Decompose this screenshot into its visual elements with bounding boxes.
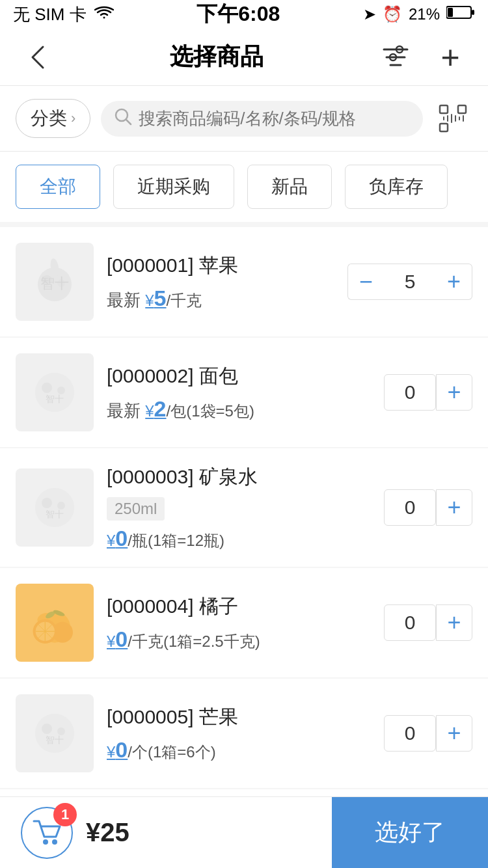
alarm-icon: ⏰ (383, 5, 402, 23)
svg-line-9 (126, 120, 131, 124)
price-amount: 2 (154, 396, 167, 421)
cart-total: ¥25 (86, 818, 129, 847)
category-label: 分类 (31, 106, 67, 131)
price-suffix: /瓶(1箱=12瓶) (128, 532, 224, 549)
quantity-decrease-button[interactable]: − (347, 264, 384, 300)
quantity-control: + (384, 374, 472, 411)
svg-point-29 (42, 498, 52, 508)
status-right: ➤ ⏰ 21% (363, 5, 475, 23)
price-value: ¥0 (107, 631, 128, 651)
quantity-input[interactable] (384, 374, 436, 411)
quantity-control: + (384, 489, 472, 526)
product-list: 智十 [0000001] 苹果 最新 ¥5/千克 − + 智十 (0, 227, 488, 868)
price-value: ¥5 (145, 290, 166, 310)
price-symbol: ¥ (107, 743, 115, 761)
search-input[interactable] (139, 109, 410, 129)
svg-point-45 (42, 724, 52, 734)
table-row: [0000004] 橘子 ¥0/千克(1箱=2.5千克) + (0, 568, 488, 677)
status-time: 下午6:08 (197, 0, 280, 29)
product-info: [0000001] 苹果 最新 ¥5/千克 (107, 252, 334, 312)
quantity-increase-button[interactable]: + (436, 489, 472, 526)
product-thumbnail: 智十 (16, 353, 94, 431)
filter-icon-button[interactable] (376, 38, 415, 77)
quantity-input[interactable] (384, 489, 436, 526)
price-symbol: ¥ (107, 532, 115, 549)
quantity-increase-button[interactable]: + (436, 604, 472, 641)
product-name: [0000002] 面包 (107, 363, 371, 390)
product-info: [0000004] 橘子 ¥0/千克(1箱=2.5千克) (107, 593, 371, 652)
tab-new[interactable]: 新品 (247, 165, 332, 209)
price-amount: 0 (115, 526, 128, 550)
back-button[interactable] (18, 38, 57, 77)
table-row: 智十 [0000005] 芒果 ¥0/个(1箱=6个) + (0, 679, 488, 788)
confirm-button[interactable]: 选好了 (332, 797, 488, 869)
product-price: 最新 ¥2/包(1袋=5包) (107, 396, 371, 422)
price-suffix: /千克 (167, 292, 202, 309)
quantity-increase-button[interactable]: + (436, 264, 472, 300)
status-bar: 无 SIM 卡 下午6:08 ➤ ⏰ 21% (0, 0, 488, 29)
quantity-increase-button[interactable]: + (436, 715, 472, 752)
svg-text:智十: 智十 (40, 275, 69, 292)
svg-point-57 (52, 839, 57, 845)
quantity-input[interactable] (384, 604, 436, 641)
quantity-control: − + (347, 264, 472, 300)
category-button[interactable]: 分类 › (16, 99, 90, 138)
product-name: [0000004] 橘子 (107, 593, 371, 620)
quantity-increase-button[interactable]: + (436, 374, 472, 411)
bottom-bar: 1 ¥25 选好了 (0, 796, 488, 868)
svg-text:智十: 智十 (46, 509, 64, 519)
tab-recent[interactable]: 近期采购 (113, 165, 234, 209)
search-input-wrap (101, 101, 423, 137)
add-button[interactable]: + (431, 38, 470, 77)
product-price: ¥0/个(1箱=6个) (107, 737, 371, 763)
product-price: 最新 ¥5/千克 (107, 286, 334, 312)
product-name: [0000001] 苹果 (107, 252, 334, 279)
scan-button[interactable] (433, 99, 472, 138)
svg-point-24 (35, 373, 74, 412)
tab-negative[interactable]: 负库存 (345, 165, 448, 209)
price-value: ¥0 (107, 742, 128, 761)
price-symbol: ¥ (145, 292, 154, 309)
svg-point-28 (35, 488, 74, 527)
price-value: ¥2 (145, 401, 166, 420)
svg-rect-11 (458, 105, 466, 113)
quantity-input[interactable] (384, 264, 436, 300)
product-name: [0000003] 矿泉水 (107, 464, 371, 491)
table-row: 智十 [0000001] 苹果 最新 ¥5/千克 − + (0, 227, 488, 336)
nav-left (18, 38, 57, 77)
product-name: [0000005] 芒果 (107, 704, 371, 731)
quantity-input[interactable] (384, 715, 436, 752)
cart-area: 1 ¥25 (0, 807, 332, 859)
tab-all[interactable]: 全部 (16, 165, 100, 209)
wifi-icon (94, 5, 114, 25)
cart-badge: 1 (53, 803, 77, 826)
status-left: 无 SIM 卡 (13, 3, 114, 26)
product-info: [0000003] 矿泉水 250ml ¥0/瓶(1箱=12瓶) (107, 464, 371, 551)
product-spec: 250ml (107, 497, 165, 521)
table-row: 智十 [0000002] 面包 最新 ¥2/包(1袋=5包) + (0, 338, 488, 447)
svg-point-25 (42, 383, 52, 393)
search-icon (114, 107, 132, 130)
battery-icon (446, 5, 475, 23)
location-icon: ➤ (363, 5, 376, 23)
svg-rect-2 (472, 10, 474, 15)
quantity-control: + (384, 715, 472, 752)
svg-rect-10 (440, 105, 448, 113)
price-symbol: ¥ (107, 632, 115, 650)
price-value: ¥0 (107, 530, 128, 550)
svg-text:智十: 智十 (46, 735, 64, 745)
chevron-right-icon: › (71, 110, 75, 127)
cart-button[interactable]: 1 (21, 807, 73, 859)
product-thumbnail: 智十 (16, 694, 94, 772)
price-suffix: /包(1袋=5包) (167, 402, 254, 420)
battery-text: 21% (409, 5, 440, 23)
svg-point-44 (35, 714, 74, 753)
carrier-text: 无 SIM 卡 (13, 3, 87, 26)
nav-bar: 选择商品 + (0, 29, 488, 86)
product-thumbnail: 智十 (16, 468, 94, 547)
nav-right: + (376, 38, 470, 77)
price-suffix: /个(1箱=6个) (128, 743, 215, 761)
price-symbol: ¥ (145, 402, 154, 420)
product-price: ¥0/千克(1箱=2.5千克) (107, 627, 371, 652)
price-prefix: 最新 (107, 290, 141, 310)
